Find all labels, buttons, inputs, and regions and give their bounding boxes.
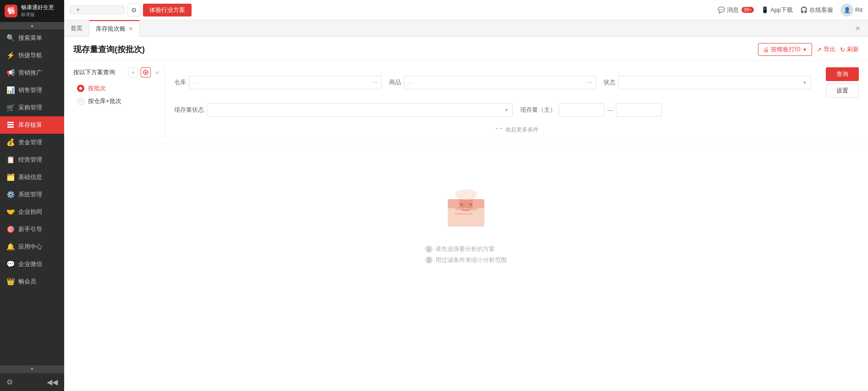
gear-button[interactable]: ⚙ <box>127 4 140 16</box>
product-value: ··· <box>408 79 413 86</box>
sidebar-header: 畅 畅康通好生意 标准版 <box>0 0 64 22</box>
empty-illustration <box>439 181 494 236</box>
sidebar-item-basic[interactable]: 🗂️ 基础信息 <box>0 168 64 186</box>
svg-point-14 <box>469 203 472 206</box>
printer-icon: 🖨 <box>763 46 769 53</box>
add-scheme-button[interactable]: ＋ <box>128 67 138 77</box>
sidebar-item-enterprise[interactable]: 🤝 企业协同 <box>0 203 64 221</box>
sales-icon: 📊 <box>6 86 15 94</box>
content-area: 现存量查询(按批次) 🖨 按模板打印 ▼ ↗ 导出 ↻ 刷新 <box>64 37 868 391</box>
sidebar-item-app-center[interactable]: 🔔 应用中心 <box>0 238 64 255</box>
filter-row-2: 现存量状态 ▼ 现存量（主） — <box>174 103 859 117</box>
scheme-icons: ＋ « <box>128 67 159 77</box>
stock-status-select[interactable]: ▼ <box>207 103 513 117</box>
finance-icon: 💰 <box>6 138 15 147</box>
user-name: Rit <box>855 6 863 13</box>
scheme-item-warehouse-batch[interactable]: 按仓库+批次 <box>73 95 159 108</box>
collapse-sidebar-icon[interactable]: ◀◀ <box>47 378 58 386</box>
user-avatar: 👤 <box>841 4 853 16</box>
stock-status-arrow-icon: ▼ <box>504 108 509 113</box>
service-icon: 🎧 <box>800 6 808 13</box>
topbar-search-box[interactable]: ▼ <box>70 5 125 14</box>
scheme-item-batch[interactable]: 按批次 <box>73 82 159 95</box>
topbar-right: 💬 消息 99+ 📱 App下载 🎧 在线客服 👤 Rit <box>718 4 863 16</box>
sidebar-nav: 🔍 搜索菜单 ⚡ 快捷导航 📢 营销推广 📊 销售管理 🛒 采购管理 库存核算 … <box>0 29 64 365</box>
svg-rect-11 <box>455 208 478 210</box>
app-title-block: 畅康通好生意 标准版 <box>21 4 54 18</box>
marketing-icon: 📢 <box>6 69 15 77</box>
member-icon: 👑 <box>6 277 15 286</box>
scheme-inactive-dot <box>77 98 84 105</box>
page-header: 现存量查询(按批次) 🖨 按模板打印 ▼ ↗ 导出 ↻ 刷新 <box>64 37 868 61</box>
hint-num-2: 2 <box>425 256 433 264</box>
sidebar-item-system[interactable]: ⚙️ 系统管理 <box>0 186 64 203</box>
app-download-action[interactable]: 📱 App下载 <box>761 6 793 14</box>
filter-row-1: 仓库 ··· ··· 商品 ··· ··· 状态 <box>174 67 859 98</box>
lightning-icon: ⚡ <box>6 51 15 60</box>
svg-point-13 <box>460 203 463 206</box>
guide-icon: 🎯 <box>6 225 15 234</box>
tabbar: 首页 库存批次账 ✕ ✕ <box>64 20 868 37</box>
warehouse-input[interactable]: ··· ··· <box>189 76 382 89</box>
basic-icon: 🗂️ <box>6 173 15 181</box>
sidebar-item-purchase[interactable]: 🛒 采购管理 <box>0 99 64 116</box>
status-field: 状态 ▼ <box>604 76 811 89</box>
tab-panel-close-icon[interactable]: ✕ <box>855 25 861 32</box>
empty-hint-2: 2 用过滤条件来缩小分析范围 <box>425 256 507 264</box>
main-area: ▼ ⚙ 体验行业方案 💬 消息 99+ 📱 App下载 🎧 在线客服 👤 Rit <box>64 0 868 391</box>
sidebar-item-inventory[interactable]: 库存核算 <box>0 116 64 134</box>
message-badge: 99+ <box>742 7 754 13</box>
tab-batch-account[interactable]: 库存批次账 ✕ <box>89 20 140 37</box>
sidebar-item-quick-nav[interactable]: ⚡ 快捷导航 <box>0 47 64 64</box>
scheme-title: 按以下方案查询 <box>73 68 115 76</box>
sidebar-item-member[interactable]: 👑 畅会员 <box>0 273 64 290</box>
tab-home[interactable]: 首页 <box>64 20 89 37</box>
collapse-more-btn[interactable]: ⌃⌃ 收起更多条件 <box>174 122 859 137</box>
dropdown-arrow-icon: ▼ <box>76 7 80 12</box>
svg-point-4 <box>145 71 147 73</box>
stock-qty-dash: — <box>607 107 613 114</box>
svg-rect-0 <box>7 122 14 123</box>
sidebar-item-search[interactable]: 🔍 搜索菜单 <box>0 29 64 47</box>
export-button[interactable]: ↗ 导出 <box>817 45 835 54</box>
topbar: ▼ ⚙ 体验行业方案 💬 消息 99+ 📱 App下载 🎧 在线客服 👤 Rit <box>64 0 868 20</box>
refresh-button[interactable]: ↻ 刷新 <box>840 45 859 54</box>
collapse-scheme-icon[interactable]: « <box>155 69 159 76</box>
tab-close-icon[interactable]: ✕ <box>128 26 133 32</box>
sidebar-footer: ⚙ ◀◀ <box>0 373 64 391</box>
warehouse-field: 仓库 ··· ··· <box>174 76 382 89</box>
stock-qty-label: 现存量（主） <box>520 106 556 114</box>
settings-icon[interactable]: ⚙ <box>6 378 13 386</box>
action-buttons: 查询 设置 <box>826 67 859 98</box>
print-button[interactable]: 🖨 按模板打印 ▼ <box>758 43 812 56</box>
sidebar-item-finance[interactable]: 💰 资金管理 <box>0 134 64 151</box>
sidebar-item-guide[interactable]: 🎯 新手引导 <box>0 221 64 238</box>
query-button[interactable]: 查询 <box>826 67 859 81</box>
stock-qty-min-input[interactable] <box>559 103 604 117</box>
user-menu[interactable]: 👤 Rit <box>841 4 863 16</box>
experience-button[interactable]: 体验行业方案 <box>143 4 192 16</box>
sidebar-item-sales[interactable]: 📊 销售管理 <box>0 81 64 99</box>
message-action[interactable]: 💬 消息 99+ <box>718 6 754 14</box>
settings-button[interactable]: 设置 <box>826 84 859 98</box>
stock-qty-field: 现存量（主） — <box>520 103 859 117</box>
status-select[interactable]: ▼ <box>618 76 811 89</box>
app-subtitle: 标准版 <box>21 11 54 18</box>
stock-status-field: 现存量状态 ▼ <box>174 103 513 117</box>
sidebar-scroll-down[interactable]: ▼ <box>0 365 64 373</box>
product-label: 商品 <box>389 78 401 87</box>
product-input[interactable]: ··· ··· <box>404 76 597 89</box>
sidebar-scroll-up[interactable]: ▲ <box>0 22 64 29</box>
collapse-up-icon: ⌃⌃ <box>494 127 504 133</box>
wechat-icon: 💬 <box>6 260 15 268</box>
sidebar-item-marketing[interactable]: 📢 营销推广 <box>0 64 64 81</box>
scheme-settings-button[interactable] <box>141 67 151 77</box>
online-service-action[interactable]: 🎧 在线客服 <box>800 6 833 14</box>
stock-qty-max-input[interactable] <box>616 103 662 117</box>
svg-rect-12 <box>455 213 473 215</box>
print-dropdown-icon[interactable]: ▼ <box>802 47 807 52</box>
export-icon: ↗ <box>817 46 822 53</box>
sidebar-item-wechat[interactable]: 💬 企业微信 <box>0 255 64 273</box>
page-actions: 🖨 按模板打印 ▼ ↗ 导出 ↻ 刷新 <box>758 43 859 56</box>
sidebar-item-operation[interactable]: 📋 经营管理 <box>0 151 64 168</box>
